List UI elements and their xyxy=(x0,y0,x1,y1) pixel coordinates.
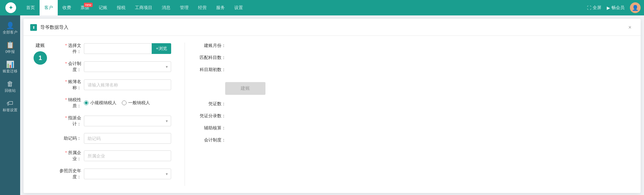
tax-type-row: * 纳税性质： 小规模纳税人 一般纳税人 xyxy=(57,97,171,109)
nav-item-home[interactable]: 首页 xyxy=(21,0,40,15)
belong-enterprise-row: * 所属企业： xyxy=(57,150,171,162)
right-form: 建账月份： 匹配科目数： 科目期初数： 建账 xyxy=(198,43,312,186)
nav-item-client[interactable]: 客户 xyxy=(40,0,58,15)
tax-type-general-radio[interactable] xyxy=(122,101,127,105)
accounting-system-row: * 会计制度： ▼ xyxy=(57,61,171,73)
member-button[interactable]: ▶ 畅会员 xyxy=(607,5,625,11)
file-select-label: * 选择文件： xyxy=(57,43,84,55)
ledger-name-row: * 账簿名称： xyxy=(57,79,171,91)
tax-type-small-label[interactable]: 小规模纳税人 xyxy=(84,100,116,106)
fullscreen-icon: ⛶ xyxy=(587,5,591,10)
build-btn-row: 建账 xyxy=(198,79,312,95)
dialog-title: ⬆ 导爷数据导入 xyxy=(30,24,68,31)
belong-enterprise-input[interactable] xyxy=(84,150,171,161)
recycle-icon: 🗑 xyxy=(7,80,13,87)
voucher-entries-label: 凭证分录数： xyxy=(198,113,229,119)
file-input-group: +浏览 xyxy=(84,43,171,54)
reference-year-row: 参照历史年度： ▼ xyxy=(57,168,171,180)
required-star-4: * xyxy=(65,97,67,102)
nav-item-industry[interactable]: 工商项目 xyxy=(130,0,157,15)
nav-item-service[interactable]: 服务 xyxy=(211,0,230,15)
assign-accountant-select[interactable] xyxy=(84,116,171,126)
avatar-icon: 👤 xyxy=(632,5,639,11)
tax-type-radio-group: 小规模纳税人 一般纳税人 xyxy=(84,100,171,106)
nav-item-account[interactable]: 记账 xyxy=(94,0,112,15)
right-accounting-system-label: 会计制度： xyxy=(198,137,229,143)
subject-initial-label: 科目期初数： xyxy=(198,67,229,73)
required-star-6: * xyxy=(65,150,67,155)
logo-icon: ✦ xyxy=(5,2,16,13)
accounting-system-label: * 会计制度： xyxy=(57,61,84,73)
account-month-row: 建账月份： xyxy=(198,43,312,49)
nav-item-fee[interactable]: 收费 xyxy=(58,0,76,15)
accounting-system-select[interactable] xyxy=(84,61,171,72)
reference-year-label: 参照历史年度： xyxy=(57,168,84,180)
build-account-button[interactable]: 建账 xyxy=(225,82,265,95)
accounting-system-select-wrapper: ▼ xyxy=(84,61,171,72)
nav-item-invoice[interactable]: 票据 new xyxy=(76,0,94,15)
match-subject-row: 匹配科目数： xyxy=(198,55,312,61)
fullscreen-button[interactable]: ⛶ 全屏 xyxy=(587,5,601,11)
nav-item-tax[interactable]: 报税 xyxy=(112,0,130,15)
sidebar: 👤 全部客户 📋 0申报 📊 账套迁移 🗑 回收站 🏷 标签设置 xyxy=(0,15,20,195)
file-text-input[interactable] xyxy=(84,43,152,54)
subject-initial-row: 科目期初数： xyxy=(198,67,312,73)
required-star-3: * xyxy=(65,79,67,84)
match-subject-label: 匹配科目数： xyxy=(198,55,229,61)
nav-right: ⛶ 全屏 ▶ 畅会员 👤 xyxy=(587,2,641,13)
browse-button[interactable]: +浏览 xyxy=(152,43,171,54)
right-accounting-system-row: 会计制度： xyxy=(198,137,312,143)
required-star: * xyxy=(65,43,67,48)
app-logo[interactable]: ✦ xyxy=(3,0,18,15)
voucher-count-row: 凭证数： xyxy=(198,101,312,107)
sidebar-item-account-migrate[interactable]: 📊 账套迁移 xyxy=(0,58,20,77)
tax-type-label: * 纳税性质： xyxy=(57,97,84,109)
reference-year-select-wrapper: ▼ xyxy=(84,169,171,179)
assign-accountant-label: * 指派会计： xyxy=(57,115,84,127)
import-icon: ⬆ xyxy=(30,24,37,31)
memo-code-row: 助记码： xyxy=(57,133,171,144)
tax-type-general-label[interactable]: 一般纳税人 xyxy=(122,100,150,106)
account-month-label: 建账月份： xyxy=(198,43,229,49)
file-select-row: * 选择文件： +浏览 xyxy=(57,43,171,55)
belong-enterprise-label: * 所属企业： xyxy=(57,150,84,162)
required-star-5: * xyxy=(65,115,67,120)
step-circle: 1 xyxy=(34,51,47,65)
top-navigation: ✦ 首页 客户 收费 票据 new 记账 报税 工商项目 消息 管理 经营 服务… xyxy=(0,0,644,15)
avatar[interactable]: 👤 xyxy=(630,2,641,13)
aux-accounting-label: 辅助核算： xyxy=(198,125,229,131)
declare-icon: 📋 xyxy=(6,42,14,48)
dialog: ⬆ 导爷数据导入 × 建账 1 * 选择文件： xyxy=(23,19,641,193)
step-label: 建账 xyxy=(36,43,45,49)
reference-year-select[interactable] xyxy=(84,169,171,179)
memo-code-input[interactable] xyxy=(84,133,171,144)
sidebar-item-recycle[interactable]: 🗑 回收站 xyxy=(0,77,20,96)
left-form: * 选择文件： +浏览 * 会计制度： xyxy=(57,43,171,186)
nav-badge-new: new xyxy=(84,3,93,7)
nav-item-message[interactable]: 消息 xyxy=(157,0,175,15)
ledger-name-input[interactable] xyxy=(84,79,171,90)
dialog-close-button[interactable]: × xyxy=(626,23,634,31)
ledger-name-label: * 账簿名称： xyxy=(57,79,84,91)
memo-code-label: 助记码： xyxy=(57,135,84,141)
nav-item-manage[interactable]: 管理 xyxy=(175,0,193,15)
all-clients-icon: 👤 xyxy=(6,22,14,29)
required-star-2: * xyxy=(65,61,67,66)
nav-items: 首页 客户 收费 票据 new 记账 报税 工商项目 消息 管理 经营 服务 设… xyxy=(21,0,587,15)
member-icon: ▶ xyxy=(607,5,610,10)
sidebar-item-declare[interactable]: 📋 0申报 xyxy=(0,38,20,58)
dialog-header: ⬆ 导爷数据导入 × xyxy=(23,19,641,36)
nav-item-finance[interactable]: 经营 xyxy=(193,0,211,15)
form-divider xyxy=(185,43,185,186)
form-area: 建账 1 * 选择文件： +浏览 xyxy=(23,36,641,193)
assign-accountant-select-wrapper: ▼ xyxy=(84,116,171,126)
sidebar-item-all-clients[interactable]: 👤 全部客户 xyxy=(0,19,20,38)
aux-accounting-row: 辅助核算： xyxy=(198,125,312,131)
sidebar-item-tag-settings[interactable]: 🏷 标签设置 xyxy=(0,96,20,116)
voucher-entries-row: 凭证分录数： xyxy=(198,113,312,119)
account-migrate-icon: 📊 xyxy=(6,61,14,68)
tag-settings-icon: 🏷 xyxy=(7,100,13,107)
step-section: 建账 1 xyxy=(34,43,47,186)
tax-type-small-radio[interactable] xyxy=(84,101,89,105)
nav-item-settings[interactable]: 设置 xyxy=(230,0,248,15)
